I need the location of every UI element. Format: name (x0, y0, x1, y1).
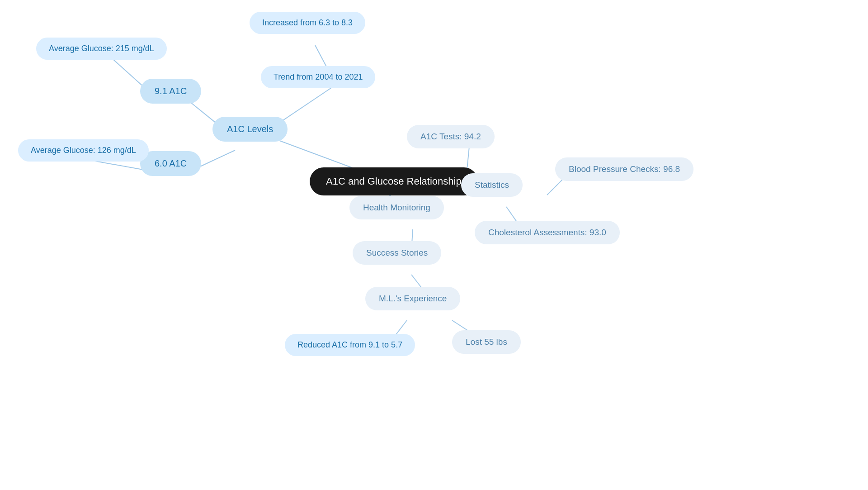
a1c-levels-node[interactable]: A1C Levels (212, 117, 288, 142)
statistics-node[interactable]: Statistics (461, 173, 523, 197)
a1c-tests-node[interactable]: A1C Tests: 94.2 (407, 125, 495, 148)
increased-node[interactable]: Increased from 6.3 to 8.3 (250, 12, 365, 34)
ml-experience-node[interactable]: M.L.'s Experience (365, 287, 460, 310)
blood-pressure-node[interactable]: Blood Pressure Checks: 96.8 (555, 157, 693, 181)
reduced-a1c-node[interactable]: Reduced A1C from 9.1 to 5.7 (285, 334, 415, 356)
a1c-6-0-node[interactable]: 6.0 A1C (140, 151, 201, 176)
avg-glucose-126-node[interactable]: Average Glucose: 126 mg/dL (18, 139, 149, 162)
success-stories-node[interactable]: Success Stories (353, 241, 441, 265)
avg-glucose-215-node[interactable]: Average Glucose: 215 mg/dL (36, 38, 167, 60)
lost-55-lbs-node[interactable]: Lost 55 lbs (452, 330, 521, 354)
center-node[interactable]: A1C and Glucose Relationship (310, 167, 478, 195)
a1c-9-1-node[interactable]: 9.1 A1C (140, 79, 201, 104)
cholesterol-node[interactable]: Cholesterol Assessments: 93.0 (475, 221, 620, 244)
svg-line-10 (547, 179, 563, 195)
trend-node[interactable]: Trend from 2004 to 2021 (261, 66, 375, 88)
health-monitoring-node[interactable]: Health Monitoring (349, 196, 444, 219)
